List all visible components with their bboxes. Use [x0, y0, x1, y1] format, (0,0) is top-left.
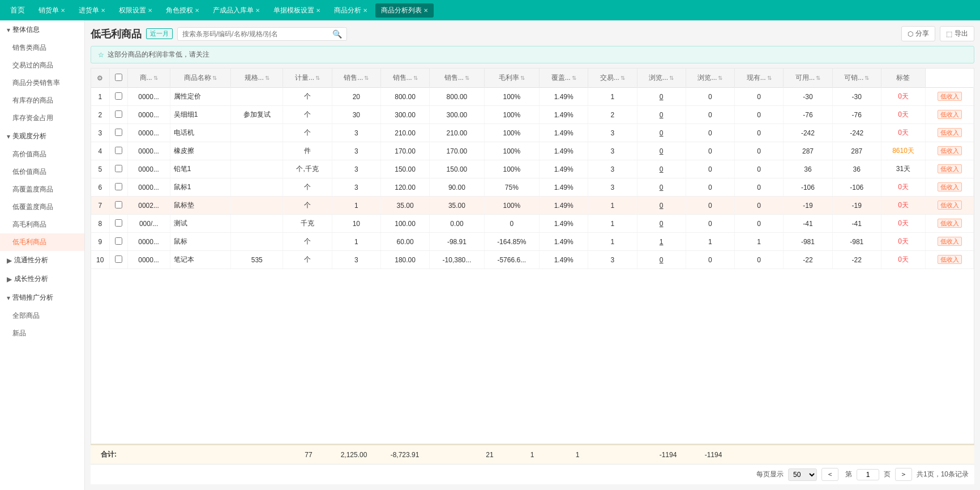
share-icon: ⬡: [908, 30, 913, 38]
nav-production-close[interactable]: ✕: [255, 7, 260, 14]
row-trade[interactable]: 0: [637, 178, 686, 197]
nav-template-close[interactable]: ✕: [316, 7, 320, 14]
nav-production[interactable]: 产成品入库单✕: [207, 3, 266, 18]
row-checkbox[interactable]: [109, 197, 127, 215]
search-input[interactable]: [182, 30, 332, 38]
nav-roles[interactable]: 角色授权✕: [160, 3, 205, 18]
row-trade[interactable]: 0: [637, 215, 686, 233]
sidebar-item-inventory-funds[interactable]: 库存资金占用: [0, 109, 84, 127]
share-button[interactable]: ⬡ 分享: [901, 26, 935, 41]
sidebar-item-low-margin[interactable]: 低毛利商品: [0, 233, 84, 251]
sidebar-item-new-goods[interactable]: 新品: [0, 325, 84, 342]
search-box[interactable]: 🔍: [177, 27, 347, 41]
nav-analysis-list[interactable]: 商品分析列表✕: [375, 3, 434, 18]
nav-sales-close[interactable]: ✕: [61, 7, 65, 14]
row-trade[interactable]: 1: [637, 233, 686, 251]
row-trade[interactable]: 0: [637, 142, 686, 160]
row-checkbox[interactable]: [109, 142, 127, 160]
row-select-checkbox[interactable]: [115, 183, 122, 190]
row-browse2: 0: [735, 160, 784, 178]
row-tag: 低收入: [926, 124, 974, 142]
nav-analysis-close[interactable]: ✕: [363, 7, 367, 14]
export-icon: ⬚: [946, 30, 952, 38]
sidebar-item-category-sales[interactable]: 商品分类销售率: [0, 74, 84, 92]
sidebar: ▾ 整体信息 销售类商品 交易过的商品 商品分类销售率 有库存的商品 库存资金占…: [0, 20, 85, 490]
nav-sales[interactable]: 销货单✕: [33, 3, 71, 18]
row-qty: 3: [332, 142, 380, 160]
row-checkbox[interactable]: [109, 215, 127, 233]
nav-analysis-list-close[interactable]: ✕: [423, 7, 428, 14]
sidebar-item-high-margin[interactable]: 高毛利商品: [0, 216, 84, 233]
row-select-checkbox[interactable]: [115, 147, 122, 154]
footer-current: -1194: [645, 451, 691, 459]
page-size-label: 每页显示: [756, 470, 784, 479]
sidebar-item-all-goods[interactable]: 全部商品: [0, 307, 84, 325]
col-checkbox[interactable]: [109, 69, 127, 88]
nav-permissions-close[interactable]: ✕: [148, 7, 152, 14]
row-checkbox[interactable]: [109, 88, 127, 106]
sidebar-group-overview[interactable]: ▾ 整体信息: [0, 20, 84, 39]
page-number-input[interactable]: [857, 469, 879, 480]
row-gross: 1.49%: [540, 124, 588, 142]
total-records-label: 共1页，10条记录: [917, 470, 969, 479]
sidebar-group-growth[interactable]: ▶ 成长性分析: [0, 270, 84, 288]
row-select-checkbox[interactable]: [115, 219, 122, 227]
row-salable: 0天: [881, 178, 925, 197]
sidebar-item-traded-goods[interactable]: 交易过的商品: [0, 57, 84, 74]
sidebar-item-sales-goods[interactable]: 销售类商品: [0, 39, 84, 57]
row-checkbox[interactable]: [109, 160, 127, 178]
row-trade[interactable]: 0: [637, 251, 686, 269]
date-range-tag[interactable]: 近一月: [146, 28, 173, 39]
sidebar-item-high-value[interactable]: 高价值商品: [0, 146, 84, 163]
col-name: 商品名称⇅: [170, 69, 230, 88]
content-area: 低毛利商品 近一月 🔍 ⬡ 分享 ⬚ 导出 ☆ 这部分商品的利润非常低，请关注: [85, 20, 980, 490]
sidebar-item-stocked-goods[interactable]: 有库存的商品: [0, 92, 84, 109]
row-unit: 个: [283, 124, 332, 142]
nav-roles-close[interactable]: ✕: [195, 7, 199, 14]
row-trade[interactable]: 0: [637, 106, 686, 124]
sidebar-group-beauty[interactable]: ▾ 美观度分析: [0, 127, 84, 146]
next-page-button[interactable]: ＞: [895, 468, 912, 481]
nav-purchase-close[interactable]: ✕: [101, 7, 105, 14]
sidebar-item-low-coverage[interactable]: 低覆盖度商品: [0, 198, 84, 216]
sidebar-group-circulation[interactable]: ▶ 流通性分析: [0, 251, 84, 270]
row-unit: 个: [283, 178, 332, 197]
nav-home[interactable]: 首页: [5, 3, 31, 18]
sidebar-item-high-coverage[interactable]: 高覆盖度商品: [0, 181, 84, 198]
select-all-checkbox[interactable]: [115, 74, 122, 81]
prev-page-button[interactable]: ＜: [821, 468, 838, 481]
col-settings[interactable]: ⚙: [91, 69, 109, 88]
table-row: 9 0000... 鼠标 个 1 60.00 -98.91 -164.85% 1…: [91, 233, 974, 251]
row-trade[interactable]: 0: [637, 88, 686, 106]
sidebar-group-marketing[interactable]: ▾ 营销推广分析: [0, 288, 84, 307]
row-checkbox[interactable]: [109, 106, 127, 124]
main-layout: ▾ 整体信息 销售类商品 交易过的商品 商品分类销售率 有库存的商品 库存资金占…: [0, 20, 980, 490]
row-select-checkbox[interactable]: [115, 165, 122, 172]
row-select-checkbox[interactable]: [115, 129, 122, 136]
row-select-checkbox[interactable]: [115, 92, 122, 100]
nav-permissions[interactable]: 权限设置✕: [113, 3, 158, 18]
nav-analysis[interactable]: 商品分析✕: [328, 3, 373, 18]
nav-purchase[interactable]: 进货单✕: [73, 3, 111, 18]
row-checkbox[interactable]: [109, 233, 127, 251]
nav-template[interactable]: 单据模板设置✕: [268, 3, 326, 18]
row-checkbox[interactable]: [109, 124, 127, 142]
row-select-checkbox[interactable]: [115, 237, 122, 245]
row-trade[interactable]: 0: [637, 197, 686, 215]
row-checkbox[interactable]: [109, 178, 127, 197]
page-size-select[interactable]: 50 100 200: [788, 468, 817, 481]
row-browse1: 0: [686, 251, 734, 269]
row-select-checkbox[interactable]: [115, 110, 122, 118]
row-select-checkbox[interactable]: [115, 201, 122, 208]
row-unit: 个: [283, 106, 332, 124]
data-table-container[interactable]: ⚙ 商...⇅ 商品名称⇅ 规格...⇅ 计量...⇅ 销售...⇅ 销售...…: [91, 68, 974, 444]
low-income-badge: 低收入: [938, 164, 962, 173]
sidebar-item-low-value[interactable]: 低价值商品: [0, 163, 84, 181]
row-trade[interactable]: 0: [637, 160, 686, 178]
row-trade[interactable]: 0: [637, 124, 686, 142]
row-code: 0000...: [127, 178, 170, 197]
row-checkbox[interactable]: [109, 251, 127, 269]
low-income-badge: 低收入: [938, 201, 962, 210]
row-select-checkbox[interactable]: [115, 255, 122, 263]
export-button[interactable]: ⬚ 导出: [940, 26, 974, 41]
